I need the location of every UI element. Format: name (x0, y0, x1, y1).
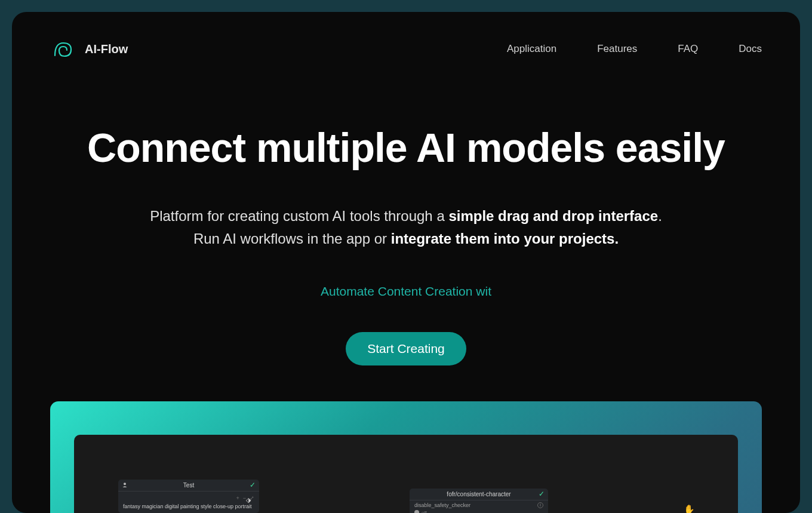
nav-features[interactable]: Features (597, 43, 637, 55)
check-icon: ✓ (250, 481, 256, 489)
hero: Connect multiple AI models easily Platfo… (50, 125, 762, 365)
cc-row-disable[interactable]: disable_safety_checker i (410, 500, 548, 510)
nav: Application Features FAQ Docs (507, 43, 762, 55)
user-icon (122, 482, 128, 488)
check-icon: ✓ (539, 490, 545, 498)
logo-icon (50, 36, 75, 62)
node-test-header[interactable]: Test ✓ (118, 480, 259, 492)
toggle-off[interactable] (414, 510, 419, 513)
info-icon[interactable]: i (537, 502, 543, 508)
toggle-label: off (422, 510, 427, 513)
subtitle-text: Platform for creating custom AI tools th… (150, 208, 448, 224)
svg-point-1 (124, 483, 126, 485)
brand-name: AI-Flow (85, 42, 128, 56)
main-container: AI-Flow Application Features FAQ Docs Co… (12, 12, 800, 513)
hero-tagline: Automate Content Creation wit (50, 284, 762, 299)
header: AI-Flow Application Features FAQ Docs (50, 31, 762, 67)
plus-icon[interactable]: + (236, 495, 239, 501)
node-test-title: Test (183, 482, 194, 489)
nav-docs[interactable]: Docs (739, 43, 762, 55)
nav-application[interactable]: Application (507, 43, 556, 55)
node-test[interactable]: Test ✓ + − ⤢ fantasy magician digital pa… (118, 480, 259, 513)
hero-subtitle: Platform for creating custom AI tools th… (50, 205, 762, 251)
node-cc-title: fofr/consistent-character (447, 491, 510, 497)
node-canvas[interactable]: Test ✓ + − ⤢ fantasy magician digital pa… (74, 435, 738, 513)
demo-section: Test ✓ + − ⤢ fantasy magician digital pa… (50, 401, 762, 513)
start-creating-button[interactable]: Start Creating (346, 332, 466, 365)
node-test-body: + − ⤢ fantasy magician digital painting … (118, 492, 259, 513)
row-label-disable: disable_safety_checker (414, 502, 470, 508)
node-test-prompt: fantasy magician digital painting style … (123, 503, 254, 509)
brand[interactable]: AI-Flow (50, 36, 128, 62)
subtitle-dot: . (658, 208, 662, 224)
nav-faq[interactable]: FAQ (678, 43, 698, 55)
subtitle-bold-2: integrate them into your projects. (391, 231, 619, 247)
cc-row-toggle[interactable]: off (410, 510, 548, 513)
subtitle-text-2: Run AI workflows in the app or (193, 231, 391, 247)
node-consistent-character[interactable]: fofr/consistent-character ✓ disable_safe… (410, 489, 548, 513)
hero-title: Connect multiple AI models easily (50, 125, 762, 170)
node-cc-header[interactable]: fofr/consistent-character ✓ (410, 489, 548, 500)
hand-icon: ✋ (684, 504, 695, 513)
cursor-icon: ⬗ (246, 496, 251, 504)
subtitle-bold-1: simple drag and drop interface (448, 208, 658, 224)
